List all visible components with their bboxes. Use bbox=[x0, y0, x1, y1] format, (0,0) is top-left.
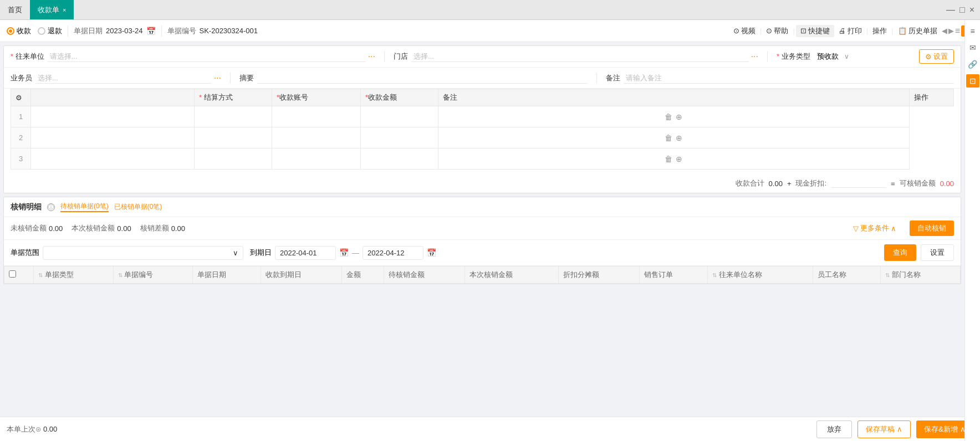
row-3-amount[interactable] bbox=[272, 148, 360, 170]
writeoff-section: 核销明细 ⓘ 待核销单据(0笔) 已核销单据(0笔) 未核销金额 0.00 本次… bbox=[3, 197, 961, 284]
row-3-account[interactable] bbox=[194, 148, 272, 170]
bottom-stat: 本单上次⊙ 0.00 bbox=[7, 424, 57, 434]
operation-label: 操作 bbox=[872, 26, 887, 36]
row-1-copy-icon[interactable]: ⊕ bbox=[676, 112, 682, 121]
unchecked-value: 0.00 bbox=[49, 224, 63, 233]
wt-col-pending: 待核销金额 bbox=[384, 266, 465, 284]
total-value: 0.00 bbox=[769, 180, 783, 188]
nav-prev-btn[interactable]: ◀ bbox=[942, 27, 947, 35]
row-2-amount[interactable] bbox=[272, 127, 360, 148]
tab-receipt-close[interactable]: × bbox=[63, 7, 66, 13]
row-2-copy-icon[interactable]: ⊕ bbox=[676, 134, 682, 142]
store-more-btn[interactable]: ··· bbox=[751, 52, 758, 61]
row-3-delete-icon[interactable]: 🗑 bbox=[665, 155, 672, 163]
window-controls: — □ × bbox=[946, 5, 980, 15]
radio-refund[interactable]: 退款 bbox=[38, 26, 62, 36]
remark-input[interactable] bbox=[624, 73, 954, 84]
writeoff-stats: 未核销金额 0.00 本次核销金额 0.00 核销差额 0.00 ▽ 更多条件 … bbox=[4, 217, 961, 240]
biz-type-chevron[interactable]: ∨ bbox=[844, 53, 849, 60]
row-3-copy-icon[interactable]: ⊕ bbox=[676, 155, 682, 163]
col-action-header: 操作 bbox=[910, 89, 954, 106]
staff-input[interactable] bbox=[35, 73, 212, 84]
diff-value: 0.00 bbox=[171, 224, 185, 233]
right-sidebar: ≡ ✉ 🔗 ⊡ bbox=[964, 20, 980, 441]
gear-icon[interactable]: ⚙ bbox=[16, 94, 22, 102]
summary-input[interactable] bbox=[257, 73, 588, 84]
wt-col-dept: ⇅ 部门名称 bbox=[881, 266, 961, 284]
row-2-settlement[interactable] bbox=[31, 127, 195, 148]
field-divider-4 bbox=[596, 73, 597, 84]
row-1-account[interactable] bbox=[194, 106, 272, 127]
history-btn[interactable]: 📋 历史单据 bbox=[895, 25, 941, 37]
pending-tab[interactable]: 待核销单据(0笔) bbox=[60, 202, 109, 212]
tab-receipt-label: 收款单 bbox=[38, 5, 59, 15]
row-1-action: 🗑 ⊕ bbox=[438, 106, 909, 127]
video-btn[interactable]: ⊙ 视频 bbox=[730, 25, 759, 37]
tab-bar: 首页 收款单 × — □ × bbox=[0, 0, 980, 20]
help-btn[interactable]: ⊙ 帮助 bbox=[763, 25, 792, 37]
row-1-delete-icon[interactable]: 🗑 bbox=[665, 112, 672, 121]
divider-2 bbox=[161, 25, 162, 37]
sidebar-icon-mail[interactable]: ✉ bbox=[966, 41, 979, 54]
store-input[interactable] bbox=[411, 51, 749, 62]
done-tab[interactable]: 已核销单据(0笔) bbox=[114, 202, 162, 212]
nav-next-btn[interactable]: ▶ bbox=[948, 27, 954, 35]
store-field: 门店 ··· bbox=[394, 51, 758, 62]
sidebar-icon-table[interactable]: ≡ bbox=[966, 24, 979, 38]
date-from-input[interactable] bbox=[275, 246, 336, 260]
wt-col-amount: 金额 bbox=[341, 266, 384, 284]
date-to-input[interactable] bbox=[363, 246, 423, 260]
row-1-amount[interactable] bbox=[272, 106, 360, 127]
current-stat: 本次核销金额 0.00 bbox=[72, 223, 131, 233]
row-2-note[interactable] bbox=[360, 127, 438, 148]
field-divider-1 bbox=[384, 51, 385, 62]
row-3-settlement[interactable] bbox=[31, 148, 195, 170]
row-1-note[interactable] bbox=[360, 106, 438, 127]
calendar-icon[interactable]: 📅 bbox=[146, 27, 156, 35]
row-1-settlement[interactable] bbox=[31, 106, 195, 127]
date-label: 到期日 bbox=[250, 248, 272, 258]
cal-to-icon[interactable]: 📅 bbox=[427, 248, 436, 257]
filter-buttons: 查询 设置 bbox=[884, 244, 954, 261]
view-list-btn[interactable]: ≡ bbox=[955, 26, 960, 36]
sidebar-icon-link[interactable]: 🔗 bbox=[966, 58, 979, 71]
tab-home[interactable]: 首页 bbox=[0, 0, 30, 19]
abandon-btn[interactable]: 放弃 bbox=[816, 421, 852, 438]
row-num-2: 2 bbox=[11, 127, 31, 148]
range-select[interactable]: ∨ bbox=[43, 246, 243, 260]
equals-sign: = bbox=[891, 180, 895, 188]
select-all-checkbox[interactable] bbox=[9, 270, 16, 278]
filter-setting-btn[interactable]: 设置 bbox=[921, 244, 954, 261]
date-separator: — bbox=[352, 249, 359, 257]
shortcut-btn[interactable]: ⊡ 快捷键 bbox=[796, 25, 834, 37]
party-input[interactable] bbox=[48, 51, 366, 62]
window-minimize-btn[interactable]: — bbox=[946, 5, 955, 15]
cal-from-icon[interactable]: 📅 bbox=[339, 248, 349, 257]
tab-receipt[interactable]: 收款单 × bbox=[30, 0, 74, 19]
more-conditions-btn[interactable]: ▽ 更多条件 ∧ bbox=[853, 223, 896, 233]
row-3-action: 🗑 ⊕ bbox=[438, 148, 909, 170]
date-value[interactable]: 2023-03-24 bbox=[106, 27, 143, 35]
sidebar-icon-screen[interactable]: ⊡ bbox=[966, 74, 979, 88]
writeoff-info-icon[interactable]: ⓘ bbox=[47, 203, 55, 211]
save-draft-btn[interactable]: 保存草稿 ∧ bbox=[858, 421, 911, 438]
row-2-delete-icon[interactable]: 🗑 bbox=[665, 134, 672, 142]
setting-btn[interactable]: ⚙ 设置 bbox=[919, 49, 954, 64]
query-btn[interactable]: 查询 bbox=[884, 244, 916, 261]
row-3-note[interactable] bbox=[360, 148, 438, 170]
col-note-header: 备注 bbox=[438, 89, 909, 106]
radio-receipt[interactable]: 收款 bbox=[7, 26, 31, 36]
auto-writeoff-btn[interactable]: 自动核销 bbox=[910, 221, 954, 236]
print-btn[interactable]: 🖨 打印 bbox=[835, 25, 865, 37]
discount-input[interactable] bbox=[831, 179, 886, 188]
party-more-btn[interactable]: ··· bbox=[368, 52, 375, 61]
store-label: 门店 bbox=[394, 52, 408, 61]
summary-label: 摘要 bbox=[239, 73, 254, 83]
staff-more-btn[interactable]: ··· bbox=[214, 74, 221, 83]
wt-col-due: 收款到期日 bbox=[261, 266, 342, 284]
main-form: 往来单位 ··· 门店 ··· 业务类型 预收款 ∨ ⚙ 设置 业务员 ··· bbox=[3, 45, 961, 193]
operation-btn[interactable]: 操作 bbox=[869, 25, 890, 37]
window-close-btn[interactable]: × bbox=[969, 5, 974, 15]
row-2-account[interactable] bbox=[194, 127, 272, 148]
window-maximize-btn[interactable]: □ bbox=[959, 5, 965, 15]
